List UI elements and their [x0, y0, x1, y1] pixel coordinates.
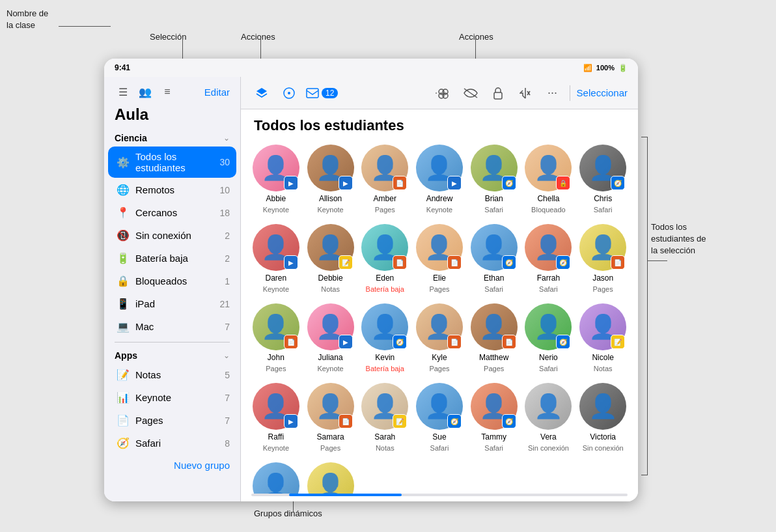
student-name: Raffi [268, 432, 284, 441]
nuevo-grupo-button[interactable]: Nuevo grupo [104, 455, 240, 473]
sidebar-item-mac[interactable]: 💻 Mac 7 [108, 316, 236, 337]
sin-conexion-count: 2 [225, 231, 230, 241]
student-card-matthew[interactable]: 👤📄MatthewPages [469, 303, 519, 372]
student-card-nicole[interactable]: 👤📝NicoleNotas [578, 303, 628, 372]
student-card-ethan[interactable]: 👤🧭EthanSafari [469, 224, 519, 293]
student-card-vera[interactable]: 👤VeraSin conexión [524, 383, 574, 452]
bateria-baja-label: Batería baja [135, 253, 219, 264]
notas-label: Notas [135, 369, 219, 380]
student-card-andrew[interactable]: 👤▶AndrewKeynote [415, 145, 464, 214]
sidebar-item-sin-conexion[interactable]: 📵 Sin conexión 2 [108, 225, 236, 246]
student-card-allison[interactable]: 👤▶AllisonKeynote [306, 145, 355, 214]
more-options-icon[interactable]: ··· [434, 86, 444, 100]
student-status: Safari [484, 206, 503, 214]
notas-count: 5 [225, 370, 230, 380]
student-card-brian[interactable]: 👤🧭BrianSafari [469, 145, 519, 214]
student-card-debbie[interactable]: 👤📝DebbieNotas [306, 224, 355, 293]
sidebar-item-pages[interactable]: 📄 Pages 7 [108, 410, 236, 431]
cercanos-icon: 📍 [116, 206, 130, 219]
sidebar-item-safari[interactable]: 🧭 Safari 8 [108, 432, 236, 454]
student-status: Pages [593, 285, 613, 293]
layers-icon[interactable] [251, 83, 272, 104]
sidebar-toggle-icon[interactable]: ☰ [115, 83, 132, 100]
bloqueados-icon: 🔒 [116, 275, 130, 287]
app-badge-pages: 📄 [447, 335, 462, 349]
app-badge-safari: 🧭 [502, 176, 516, 190]
student-name: Jason [592, 273, 613, 283]
sidebar-item-cercanos[interactable]: 📍 Cercanos 18 [108, 202, 236, 223]
annotation-todos-estudiantes: Todos losestudiantes dela selección [651, 221, 736, 257]
wifi-icon: 📶 [583, 64, 592, 72]
sidebar-item-bloqueados[interactable]: 🔒 Bloqueados 1 [108, 270, 236, 292]
student-card-daren[interactable]: 👤▶DarenKeynote [251, 224, 301, 293]
visibility-icon[interactable] [460, 83, 481, 104]
mail-badge[interactable]: 12 [306, 88, 338, 98]
toolbar-ellipsis-icon[interactable]: ··· [542, 83, 563, 104]
student-card-raffi[interactable]: 👤▶RaffiKeynote [251, 383, 301, 452]
sidebar-item-notas[interactable]: 📝 Notas 5 [108, 364, 236, 385]
ciencia-label: Ciencia [115, 133, 147, 143]
ipad-icon: 📱 [116, 298, 130, 310]
student-status: Pages [320, 444, 340, 452]
app-badge-safari: 🧭 [393, 335, 407, 349]
student-card-eden[interactable]: 👤📄EdenBatería baja [360, 224, 409, 293]
student-card-sarah[interactable]: 👤📝SarahNotas [360, 383, 409, 452]
app-badge-safari: 🧭 [502, 414, 516, 428]
student-card-sue[interactable]: 👤🧭SueSafari [415, 383, 464, 452]
student-card-kyle[interactable]: 👤📄KylePages [415, 303, 464, 372]
student-status: Batería baja [366, 285, 404, 293]
apps-label: Apps [115, 350, 137, 361]
sidebar-item-ipad[interactable]: 📱 iPad 21 [108, 293, 236, 315]
student-status: Bloqueado [531, 206, 566, 214]
student-card-chella[interactable]: 👤🔒ChellaBloqueado [524, 145, 574, 214]
sidebar-item-remotos[interactable]: 🌐 Remotos 10 [108, 179, 236, 201]
student-status: Batería baja [366, 365, 404, 372]
student-card-tammy[interactable]: 👤🧭TammySafari [469, 383, 519, 452]
sidebar-item-keynote[interactable]: 📊 Keynote 7 [108, 387, 236, 408]
annotation-acciones-left: Acciones [241, 31, 275, 43]
sidebar-item-todos-estudiantes[interactable]: ⚙️ Todos los estudiantes 30 [108, 147, 236, 178]
lock-icon[interactable] [488, 83, 508, 104]
scroll-indicator [251, 494, 628, 496]
student-name: Chris [594, 194, 612, 203]
student-name: Abbie [266, 194, 286, 203]
content-panel: 12 ··· [241, 77, 638, 501]
student-status: Keynote [263, 285, 289, 293]
sidebar-item-bateria-baja[interactable]: 🔋 Batería baja 2 [108, 247, 236, 269]
pages-icon: 📄 [116, 414, 130, 427]
mute-icon[interactable] [515, 83, 536, 104]
student-card-student29[interactable]: 👤▶Student29Keynote [251, 462, 301, 494]
bateria-baja-icon: 🔋 [116, 252, 130, 264]
compass-icon[interactable] [279, 83, 299, 104]
student-card-farrah[interactable]: 👤🧭FarrahSafari [524, 224, 574, 293]
student-status: Notas [321, 285, 340, 293]
avatar-silhouette: 👤 [589, 393, 618, 420]
students-icon[interactable]: 👥 [137, 83, 154, 100]
safari-label: Safari [135, 438, 219, 449]
student-card-john[interactable]: 👤📄JohnPages [251, 303, 301, 372]
bloqueados-count: 1 [225, 276, 230, 287]
edit-button[interactable]: Editar [204, 87, 230, 98]
student-name: Brian [485, 194, 503, 203]
student-card-elie[interactable]: 👤📄EliePages [415, 224, 464, 293]
list-icon[interactable]: ≡ [159, 83, 176, 100]
svg-rect-2 [307, 89, 318, 98]
student-name: Kevin [375, 353, 395, 362]
student-card-chris[interactable]: 👤🧭ChrisSafari [578, 145, 628, 214]
apps-section-header[interactable]: Apps ⌄ [104, 346, 240, 363]
student-card-jason[interactable]: 👤📄JasonPages [578, 224, 628, 293]
app-badge-notes: 📝 [393, 414, 407, 428]
student-card-kevin[interactable]: 👤🧭KevinBatería baja [360, 303, 409, 372]
student-card-victoria[interactable]: 👤VictoriaSin conexión [578, 383, 628, 452]
student-card-nerio[interactable]: 👤🧭NerioSafari [524, 303, 574, 372]
student-card-amber[interactable]: 👤📄AmberPages [360, 145, 409, 214]
student-card-samara[interactable]: 👤📄SamaraPages [306, 383, 355, 452]
student-status: Pages [266, 365, 286, 372]
student-card-juliana[interactable]: 👤▶JulianaKeynote [306, 303, 355, 372]
seleccionar-button[interactable]: Seleccionar [577, 87, 628, 98]
app-badge-keynote: ▶ [339, 176, 353, 190]
student-card-abbie[interactable]: 👤▶AbbieKeynote [251, 145, 301, 214]
ciencia-section-header[interactable]: Ciencia ⌄ [104, 129, 240, 146]
keynote-icon: 📊 [116, 391, 130, 404]
student-card-student30[interactable]: 👤📄Student30Pages [306, 462, 355, 494]
